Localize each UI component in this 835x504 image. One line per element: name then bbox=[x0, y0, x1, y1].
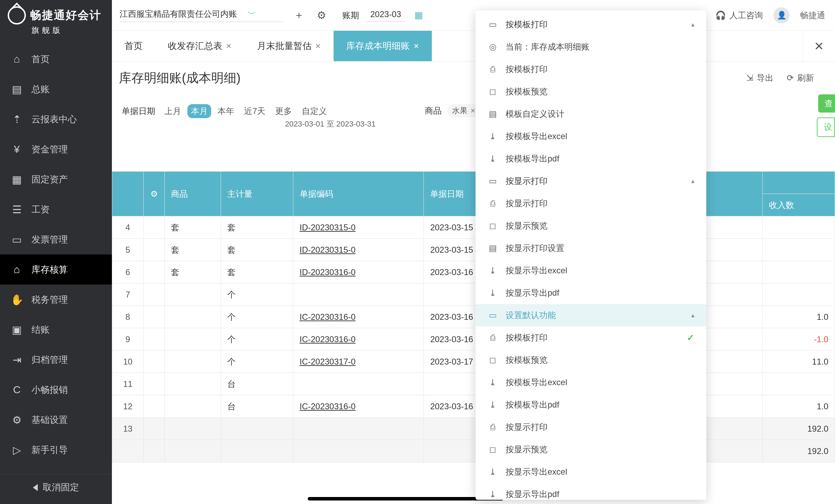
add-button[interactable]: ＋ bbox=[291, 8, 307, 22]
sidebar-item-1[interactable]: ▤总账 bbox=[0, 74, 112, 104]
export-button[interactable]: ⇲导出 bbox=[746, 72, 773, 84]
dd-item-2-6[interactable]: ⤓按显示导出excel bbox=[476, 461, 706, 483]
nav-icon: ☰ bbox=[10, 203, 23, 216]
tab-1[interactable]: 收发存汇总表✕ bbox=[155, 31, 244, 61]
dd-item-2-0[interactable]: ⎙按模板打印✓ bbox=[476, 326, 706, 349]
dd-group-0[interactable]: ▭按模板打印▴ bbox=[476, 13, 706, 36]
dd-item-0-3[interactable]: ▤模板自定义设计 bbox=[476, 103, 706, 125]
cell-qty bbox=[763, 239, 835, 261]
settings-button[interactable]: ⚙ bbox=[314, 9, 329, 21]
sidebar-item-6[interactable]: ▭发票管理 bbox=[0, 224, 112, 254]
close-tab-button[interactable]: ✕ bbox=[802, 31, 835, 61]
dd-item-2-1[interactable]: ◻按模板预览 bbox=[476, 349, 706, 371]
item-icon: ◻ bbox=[487, 221, 498, 231]
doc-link[interactable]: ID-20230315-0 bbox=[300, 245, 356, 254]
doc-link[interactable]: IC-20230316-0 bbox=[300, 402, 356, 411]
date-opt-3[interactable]: 近7天 bbox=[241, 104, 269, 118]
sidebar-unpin[interactable]: 取消固定 bbox=[0, 474, 112, 504]
tab-0[interactable]: 首页 bbox=[112, 31, 155, 61]
table-row[interactable]: 4套套ID-20230315-02023-03-152023-03-1 bbox=[112, 216, 835, 239]
cell-doc[interactable] bbox=[293, 283, 424, 306]
dd-group-1[interactable]: ▭按显示打印▴ bbox=[476, 170, 706, 192]
cell-doc[interactable]: IC-20230316-0 bbox=[293, 328, 424, 351]
table-row[interactable]: 5套套ID-20230315-02023-03-152023-03-1 bbox=[112, 239, 835, 261]
table-row[interactable]: 6套套ID-20230316-02023-03-162023-03-1 bbox=[112, 261, 835, 283]
dd-item-2-2[interactable]: ⤓按模板导出excel bbox=[476, 371, 706, 394]
sidebar-item-0[interactable]: ⌂首页 bbox=[0, 44, 112, 74]
dd-item-1-1[interactable]: ◻按显示预览 bbox=[476, 215, 706, 237]
dd-item-2-5[interactable]: ◻按显示预览 bbox=[476, 438, 706, 461]
dd-item-1-0[interactable]: ⎙按显示打印 bbox=[476, 192, 706, 215]
sidebar-item-2[interactable]: ⇡云报表中心 bbox=[0, 104, 112, 134]
cell-doc[interactable]: IC-20230317-0 bbox=[293, 351, 424, 373]
col-unit[interactable]: 主计量 bbox=[221, 172, 293, 216]
tab-3[interactable]: 库存成本明细账✕ bbox=[334, 31, 432, 61]
sidebar-item-7[interactable]: ⌂库存核算 bbox=[0, 254, 112, 285]
refresh-label: 刷新 bbox=[797, 72, 814, 84]
sidebar-item-12[interactable]: ⚙基础设置 bbox=[0, 405, 112, 435]
date-opt-5[interactable]: 自定义 bbox=[298, 104, 330, 118]
settings-side-button[interactable]: 设 bbox=[817, 117, 835, 137]
doc-link[interactable]: IC-20230317-0 bbox=[300, 357, 356, 366]
table-row[interactable]: 9个IC-20230316-02023-03-162023-03-1佳有限责任公… bbox=[112, 328, 835, 351]
company-selector[interactable]: 江西服宝精品有限责任公司内账 ﹀ bbox=[120, 8, 284, 22]
refresh-button[interactable]: ⟳刷新 bbox=[787, 72, 814, 84]
sidebar-item-11[interactable]: C小畅报销 bbox=[0, 375, 112, 405]
sidebar-item-10[interactable]: ⇥归档管理 bbox=[0, 345, 112, 375]
dd-item-2-4[interactable]: ⎙按显示打印 bbox=[476, 416, 706, 438]
table-row[interactable]: 8个IC-20230316-02023-03-162023-03-1佳有限责任公… bbox=[112, 306, 835, 328]
query-button[interactable]: 查 bbox=[818, 94, 835, 113]
close-icon[interactable]: ✕ bbox=[413, 42, 419, 50]
doc-link[interactable]: ID-20230316-0 bbox=[300, 267, 356, 277]
consult-link[interactable]: 🎧 人工咨询 bbox=[715, 10, 763, 21]
sidebar-item-5[interactable]: ☰工资 bbox=[0, 194, 112, 224]
tab-2[interactable]: 月末批量暂估✕ bbox=[244, 31, 334, 61]
col-goods[interactable]: 商品 bbox=[165, 172, 221, 216]
cell-doc[interactable]: IC-20230316-0 bbox=[293, 395, 424, 418]
dd-item-1-3[interactable]: ⤓按显示导出excel bbox=[476, 259, 706, 282]
sidebar-item-9[interactable]: ▣结账 bbox=[0, 315, 112, 345]
cell-doc[interactable]: IC-20230316-0 bbox=[293, 306, 424, 328]
table-row[interactable]: 10个IC-20230317-02023-03-172023-03-111.0 bbox=[112, 351, 835, 373]
table-row[interactable]: 11台2021-09-0 bbox=[112, 373, 835, 395]
cell-doc[interactable]: ID-20230315-0 bbox=[293, 216, 424, 239]
dd-item-1-4[interactable]: ⤓按显示导出pdf bbox=[476, 282, 706, 304]
date-opt-4[interactable]: 更多 bbox=[272, 104, 295, 118]
dd-item-0-5[interactable]: ⤓按模板导出pdf bbox=[476, 147, 706, 170]
dd-item-2-7[interactable]: ⤓按显示导出pdf bbox=[476, 483, 706, 500]
table-row[interactable]: 7个2022-09-2 bbox=[112, 283, 835, 306]
cell-doc[interactable]: ID-20230315-0 bbox=[293, 239, 424, 261]
date-opt-1[interactable]: 本月 bbox=[187, 104, 211, 118]
sidebar-item-8[interactable]: ✋税务管理 bbox=[0, 285, 112, 315]
col-doc[interactable]: 单据编码 bbox=[293, 172, 424, 216]
sidebar-item-3[interactable]: ¥资金管理 bbox=[0, 134, 112, 164]
row-num: 6 bbox=[112, 261, 144, 283]
cell-doc[interactable]: ID-20230316-0 bbox=[293, 261, 424, 283]
cell-doc[interactable] bbox=[293, 373, 424, 395]
close-icon[interactable]: ✕ bbox=[226, 42, 232, 50]
date-opt-0[interactable]: 上月 bbox=[161, 104, 185, 118]
sidebar-item-13[interactable]: ▷新手引导 bbox=[0, 435, 112, 465]
doc-link[interactable]: ID-20230315-0 bbox=[300, 223, 356, 232]
avatar[interactable]: 👤 bbox=[773, 7, 790, 23]
calendar-icon[interactable]: ▦ bbox=[414, 10, 423, 21]
nav-icon: ▤ bbox=[10, 83, 23, 95]
table-row[interactable]: 12台IC-20230316-02023-03-162023-03-11.0 bbox=[112, 395, 835, 418]
doc-link[interactable]: IC-20230316-0 bbox=[300, 334, 356, 344]
doc-link[interactable]: IC-20230316-0 bbox=[300, 312, 356, 322]
sidebar-item-4[interactable]: ▦固定资产 bbox=[0, 164, 112, 194]
period-value[interactable]: 2023-03 bbox=[366, 9, 405, 22]
dd-item-1-2[interactable]: ▤按显示打印设置 bbox=[476, 237, 706, 259]
chip-remove-icon[interactable]: ✕ bbox=[470, 107, 476, 115]
date-opt-2[interactable]: 本年 bbox=[214, 104, 238, 118]
dd-item-2-3[interactable]: ⤓按模板导出pdf bbox=[476, 394, 706, 416]
sidebar-item-14[interactable]: V畅会员 bbox=[0, 465, 112, 474]
col-in-qty[interactable]: 收入数 bbox=[763, 194, 835, 216]
dd-item-0-2[interactable]: ◻按模板预览 bbox=[476, 80, 706, 103]
dd-item-0-1[interactable]: ⎙按模板打印 bbox=[476, 58, 706, 80]
dd-item-0-0[interactable]: ◎当前：库存成本明细账 bbox=[476, 36, 706, 58]
col-gear[interactable]: ⚙ bbox=[144, 172, 165, 216]
dd-item-0-4[interactable]: ⤓按模板导出excel bbox=[476, 125, 706, 147]
dd-group-2[interactable]: ▭设置默认功能▴ bbox=[476, 304, 706, 326]
close-icon[interactable]: ✕ bbox=[315, 42, 321, 50]
